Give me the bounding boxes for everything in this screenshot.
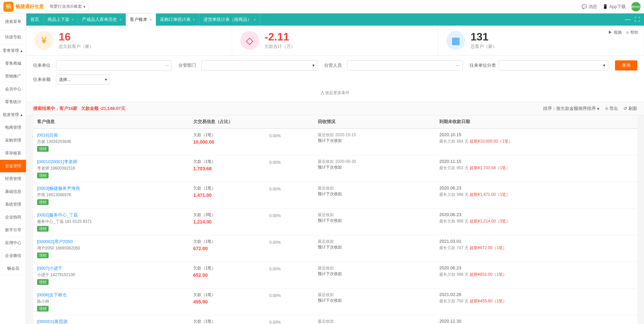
- search-menu-label[interactable]: 搜索菜单: [0, 17, 26, 27]
- debt-amount-3[interactable]: 1,214.00: [193, 219, 261, 225]
- overdue-link-0[interactable]: 超期¥10,000.00（1笔）: [470, 139, 512, 144]
- sidebar-item-basic-info[interactable]: 基础信息: [0, 185, 26, 198]
- next-collect-5: 预计下次收款: [318, 271, 431, 277]
- next-collect-4: 预计下次收款: [318, 244, 431, 250]
- company-name: 母婴行业演示账套: [50, 4, 82, 9]
- debt-amount-6[interactable]: 455.90: [193, 299, 261, 304]
- sidebar-item-system-mgmt[interactable]: 系统管理: [0, 198, 26, 211]
- message-button[interactable]: 💬 消息: [582, 4, 597, 10]
- sidebar-item-vip-member[interactable]: 畅会员: [0, 262, 26, 275]
- sidebar-item-retail-mgmt[interactable]: 零售管理 ▲: [0, 45, 26, 57]
- overdue-link-3[interactable]: 超期¥1,214.00（3笔）: [470, 219, 510, 224]
- tab-close-product-shelf[interactable]: ×: [72, 18, 74, 22]
- sort-select[interactable]: 排序：按欠款金额倒序排序 ▾: [543, 106, 599, 112]
- search-menu[interactable]: 搜索菜单: [0, 13, 26, 30]
- sidebar-item-retail-stats[interactable]: 零售统计: [0, 96, 26, 109]
- sidebar-item-marketing[interactable]: 营销推广: [0, 70, 26, 83]
- customer-name-7[interactable]: [000001]黄思源: [37, 319, 185, 324]
- sidebar-item-inventory[interactable]: 库存核算: [0, 147, 26, 160]
- table-row: [000002]用户2050 用户2050 18665062050 现销 欠款（…: [33, 235, 637, 262]
- recovery-info-5: 最近收款: [318, 265, 431, 271]
- debt-cell-1: 欠款（1笔） 1,703.68: [189, 155, 265, 182]
- overdue-link-4[interactable]: 超期¥672.00（1笔）: [470, 245, 507, 250]
- sidebar-item-enterprise-collab[interactable]: 企业协同: [0, 211, 26, 224]
- debt-count-4: 欠款（1笔）: [193, 239, 261, 244]
- debt-amount-1[interactable]: 1,703.68: [193, 166, 261, 171]
- tab-product-history[interactable]: 产成品入库单历史×: [78, 13, 125, 26]
- results-prefix: 搜索结果中，客户16家: [33, 106, 77, 111]
- balance-select[interactable]: 选择... ▾: [56, 75, 110, 85]
- tab-close-product-history[interactable]: ×: [119, 18, 121, 22]
- tab-maximize-button[interactable]: ⛶: [633, 16, 641, 23]
- collapse-label: 收起更多条件: [325, 90, 349, 95]
- th-recovery: 回收情况: [314, 115, 435, 128]
- tab-purchase-order[interactable]: 采购订单统计表×: [156, 13, 199, 26]
- user-profile[interactable]: demo2: [631, 2, 641, 11]
- customer-name-5[interactable]: [0007]小进干: [37, 265, 185, 271]
- summary-bar: ¥ 16 总欠款客户（家） ◇ -2.11 欠款合计（万） ▦: [26, 26, 644, 56]
- sidebar-item-capital-mgmt[interactable]: 资金管理: [0, 160, 26, 173]
- refresh-button[interactable]: ↺ 刷新: [623, 106, 637, 112]
- debt-pct-cell-1: 0.00%: [265, 155, 314, 182]
- sidebar-item-batch-mgmt[interactable]: 批发管理 ▲: [0, 109, 26, 121]
- app-download-button[interactable]: 📱 App下载: [603, 4, 626, 10]
- company-selector[interactable]: 母婴行业演示账套 ▾: [47, 2, 88, 11]
- sidebar-item-purchase-mgmt[interactable]: 采购管理: [0, 134, 26, 147]
- overdue-link-6[interactable]: 超期¥455.90（1笔）: [470, 299, 507, 303]
- refresh-icon: ↺: [623, 106, 627, 111]
- from-unit-text[interactable]: [59, 63, 165, 68]
- tab-close-purchase-stats[interactable]: ×: [254, 18, 256, 22]
- sidebar-item-new-guide[interactable]: 新手引导: [0, 224, 26, 237]
- debt-amount-0[interactable]: 10,000.00: [193, 139, 261, 145]
- top-bar: 畅 畅捷通好生意 母婴行业演示账套 ▾ 💬 消息 📱 App下载 demo2: [0, 0, 644, 13]
- debt-amount-5[interactable]: 652.00: [193, 272, 261, 278]
- overdue-link-5[interactable]: 超期¥652.00（1笔）: [470, 272, 507, 277]
- sidebar-item-app-center[interactable]: 应用中心: [0, 237, 26, 249]
- sidebar-item-member-center[interactable]: 会员中心: [0, 83, 26, 96]
- last-collect-label-1: 最近收款 2020-06-30: [318, 159, 356, 164]
- tab-minimize-button[interactable]: —: [624, 16, 632, 23]
- customer-name-2[interactable]: [0003]畅捷服务尹海燕: [37, 185, 185, 192]
- customer-name-6[interactable]: [0006]去下粮仓: [37, 292, 185, 298]
- customer-cell-0: [0016]吕俊 吕俊 13026203696 现销: [33, 128, 189, 155]
- unit-class-select[interactable]: ▾: [499, 60, 608, 70]
- debt-count-7: 欠款（1笔）: [193, 319, 261, 324]
- quick-nav[interactable]: 快捷导航: [0, 30, 26, 45]
- from-unit-input[interactable]: ···: [56, 60, 172, 70]
- tab-close-customer-account[interactable]: ×: [149, 18, 151, 22]
- main-area: 首页商品上下架×产成品入库单历史×客户账本×采购订单统计表×进货单统计表（按商品…: [26, 13, 644, 324]
- dept-label: 分管部门: [178, 62, 199, 68]
- customer-name-0[interactable]: [0016]吕俊: [37, 132, 185, 138]
- due-date-0: 2020.10.15: [439, 132, 633, 137]
- customer-name-3[interactable]: [0002]服务中心_丁磊: [37, 212, 185, 218]
- overdue-link-1[interactable]: 超期¥1,703.68（1笔）: [470, 166, 510, 170]
- tab-purchase-stats[interactable]: 进货单统计表（按商品）×: [199, 13, 260, 26]
- debt-amount-4[interactable]: 672.00: [193, 246, 261, 251]
- tab-close-purchase-order[interactable]: ×: [193, 18, 195, 22]
- tab-home[interactable]: 首页: [26, 13, 44, 26]
- filter-unit-class: 往来单位分类 ▾: [470, 60, 608, 70]
- sidebar-item-ecommerce[interactable]: 电商管理: [0, 121, 26, 134]
- customer-name-1[interactable]: [0001020001]李老师: [37, 159, 185, 165]
- video-button[interactable]: ▶ 视频: [608, 30, 621, 35]
- sidebar-item-business-mgmt[interactable]: 经营管理: [0, 173, 26, 185]
- sidebar-items-container: 零售管理 ▲零售商城营销推广会员中心零售统计批发管理 ▲电商管理采购管理库存核算…: [0, 45, 26, 275]
- debt-cell-7: 欠款（1笔） 429.00: [189, 315, 265, 324]
- search-button[interactable]: 查询: [615, 60, 637, 70]
- person-input[interactable]: ···: [347, 60, 463, 70]
- debt-amount-2[interactable]: 1,471.00: [193, 193, 261, 198]
- tab-product-shelf[interactable]: 商品上下架×: [44, 13, 78, 26]
- tab-label-customer-account: 客户账本: [130, 17, 147, 23]
- sidebar-item-retail-mall[interactable]: 零售商城: [0, 57, 26, 70]
- overdue-link-2[interactable]: 超期¥1,471.00（1笔）: [470, 192, 510, 197]
- th-due-date: 到期未收款日期: [435, 115, 637, 128]
- tab-label-product-shelf: 商品上下架: [48, 17, 69, 23]
- help-button[interactable]: ⊙ 帮助: [626, 30, 638, 35]
- person-text[interactable]: [350, 63, 456, 68]
- sidebar-item-enterprise-wechat[interactable]: 企业微信: [0, 249, 26, 262]
- export-button[interactable]: ⊙ 导出: [605, 106, 618, 112]
- collapse-bar[interactable]: ⋀ 收起更多条件: [33, 89, 637, 99]
- dept-select[interactable]: ▾: [201, 60, 317, 70]
- customer-name-4[interactable]: [000002]用户2050: [37, 239, 185, 245]
- tab-customer-account[interactable]: 客户账本×: [126, 13, 156, 26]
